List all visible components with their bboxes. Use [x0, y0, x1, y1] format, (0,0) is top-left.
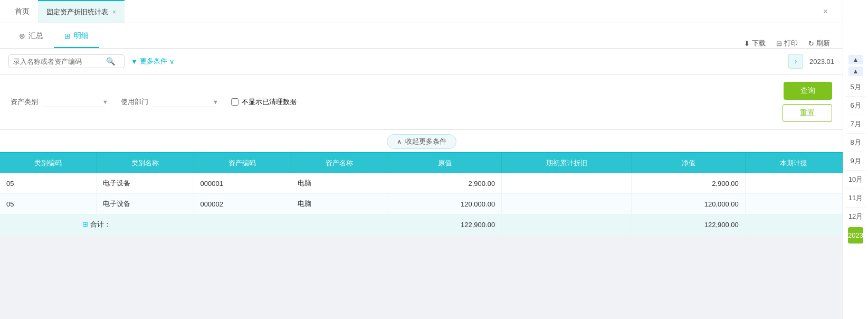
right-sidebar: ▲ ▲ 5月6月7月8月9月10月11月12月2023 [843, 0, 868, 235]
cell-asset-name: 电脑 [291, 194, 388, 214]
summary-icon: ⊛ [19, 32, 25, 40]
tab-fixed-assets[interactable]: 固定资产折旧统计表 × [38, 0, 125, 23]
col-asset-code: 资产编码 [194, 153, 291, 173]
cell-net-value: 120,000.00 [632, 194, 745, 214]
hide-cleared-label: 不显示已清理数据 [242, 97, 297, 107]
col-current-period: 本期计提 [745, 153, 842, 173]
department-field: 使用部门 ▼ [121, 97, 218, 107]
collapse-icon: ∧ [397, 138, 402, 146]
tab-summary-label: 汇总 [28, 31, 43, 41]
tab-detail-label: 明细 [74, 31, 89, 41]
asset-category-field: 资产类别 ▼ [11, 97, 108, 107]
chevron-down-icon: ∨ [169, 58, 175, 65]
tab-detail[interactable]: ⊞ 明细 [54, 25, 99, 48]
table-header-row: 类别编码 类别名称 资产编码 资产名称 原值 期初累计折旧 净值 本期计提 [0, 153, 843, 173]
cell-current-period [745, 173, 842, 194]
action-buttons: 查询 重置 [783, 82, 832, 122]
total-label: ⊞合计： [0, 214, 194, 235]
refresh-button[interactable]: ↻ 刷新 [808, 39, 830, 48]
more-filter-button[interactable]: ▼ 更多条件 ∨ [131, 57, 175, 66]
cell-current-period [745, 194, 842, 214]
tab-bar: ⊛ 汇总 ⊞ 明细 ⬇ 下载 ⊟ 打印 ↻ 刷新 [0, 23, 843, 49]
hide-cleared-checkbox[interactable] [231, 98, 239, 106]
total-current-period [745, 214, 842, 235]
total-asset-name [291, 214, 388, 235]
cell-category-code: 05 [0, 173, 97, 194]
col-asset-name: 资产名称 [291, 153, 388, 173]
sidebar-active-year[interactable]: 2023 [848, 227, 863, 235]
sidebar-month-item[interactable]: 8月 [846, 134, 865, 152]
col-acc-depreciation: 期初累计折旧 [502, 153, 632, 173]
collapse-label: 收起更多条件 [405, 137, 446, 146]
sidebar-month-item[interactable]: 7月 [846, 115, 865, 134]
print-label: 打印 [784, 39, 798, 48]
date-label: 2023.01 [809, 58, 834, 65]
cell-original-value: 2,900.00 [388, 173, 501, 194]
total-acc-depreciation [502, 214, 632, 235]
cell-original-value: 120,000.00 [388, 194, 501, 214]
total-original-value: 122,900.00 [388, 214, 501, 235]
print-button[interactable]: ⊟ 打印 [776, 39, 798, 48]
download-label: 下载 [752, 39, 766, 48]
sidebar-month-item[interactable]: 10月 [846, 171, 865, 189]
total-net-value: 122,900.00 [632, 214, 745, 235]
sidebar-nav-arrows: ▲ ▲ [848, 55, 863, 76]
asset-category-select[interactable] [42, 97, 106, 107]
search-icon: 🔍 [106, 57, 115, 65]
cell-asset-name: 电脑 [291, 173, 388, 194]
cell-category-name: 电子设备 [97, 173, 194, 194]
more-filter-label: 更多条件 [140, 57, 167, 66]
col-original-value: 原值 [388, 153, 501, 173]
cell-category-name: 电子设备 [97, 194, 194, 214]
tab-summary[interactable]: ⊛ 汇总 [8, 25, 54, 48]
cell-category-code: 05 [0, 194, 97, 214]
table-row: 05 电子设备 000002 电脑 120,000.00 120,000.00 [0, 194, 843, 214]
filter-icon: ▼ [131, 58, 138, 65]
sidebar-month-item[interactable]: 9月 [846, 152, 865, 171]
sidebar-month-item[interactable]: 11月 [846, 189, 865, 208]
asset-category-label: 资产类别 [11, 97, 38, 107]
collapse-right-button[interactable]: › [788, 54, 803, 69]
tab-actions: ⬇ 下载 ⊟ 打印 ↻ 刷新 [744, 39, 834, 48]
advanced-filter-panel: 资产类别 ▼ 使用部门 ▼ 不显示已清理数据 查询 重置 [0, 74, 843, 130]
department-select[interactable] [152, 97, 216, 107]
refresh-icon: ↻ [808, 40, 814, 48]
col-category-name: 类别名称 [97, 153, 194, 173]
sidebar-up-button[interactable]: ▲ [848, 55, 863, 64]
reset-button[interactable]: 重置 [783, 104, 832, 122]
sidebar-down-button[interactable]: ▲ [848, 67, 863, 76]
cell-net-value: 2,900.00 [632, 173, 745, 194]
top-nav: 首页 固定资产折旧统计表 × × [0, 0, 843, 23]
cell-acc-depreciation [502, 173, 632, 194]
cell-acc-depreciation [502, 194, 632, 214]
sidebar-month-item[interactable]: 12月 [846, 208, 865, 226]
tab-close-icon[interactable]: × [112, 8, 116, 16]
detail-icon: ⊞ [64, 32, 71, 40]
tab-label: 固定资产折旧统计表 [46, 7, 108, 17]
collapse-more-button[interactable]: ∧ 收起更多条件 [387, 134, 456, 149]
total-icon: ⊞ [82, 220, 88, 228]
cell-asset-code: 000001 [194, 173, 291, 194]
search-wrap: 🔍 [8, 54, 125, 68]
filter-row: 资产类别 ▼ 使用部门 ▼ 不显示已清理数据 查询 重置 [11, 82, 832, 122]
home-nav-item[interactable]: 首页 [6, 0, 38, 23]
query-button[interactable]: 查询 [784, 82, 832, 100]
cell-asset-code: 000002 [194, 194, 291, 214]
department-label: 使用部门 [121, 97, 148, 107]
window-close-button[interactable]: × [815, 7, 836, 16]
filter-bar: 🔍 ▼ 更多条件 ∨ › 2023.01 [0, 49, 843, 74]
sidebar-month-item[interactable]: 5月 [846, 78, 865, 97]
total-asset-code [194, 214, 291, 235]
data-table: 类别编码 类别名称 资产编码 资产名称 原值 期初累计折旧 净值 本期计提 05… [0, 153, 843, 235]
search-input[interactable] [13, 58, 103, 65]
data-table-wrap: 类别编码 类别名称 资产编码 资产名称 原值 期初累计折旧 净值 本期计提 05… [0, 153, 843, 235]
total-row: ⊞合计： 122,900.00 122,900.00 [0, 214, 843, 235]
collapse-bar: ∧ 收起更多条件 [0, 130, 843, 153]
col-net-value: 净值 [632, 153, 745, 173]
print-icon: ⊟ [776, 40, 782, 48]
hide-cleared-checkbox-wrap: 不显示已清理数据 [231, 97, 297, 107]
sidebar-month-item[interactable]: 6月 [846, 97, 865, 115]
download-button[interactable]: ⬇ 下载 [744, 39, 766, 48]
table-row: 05 电子设备 000001 电脑 2,900.00 2,900.00 [0, 173, 843, 194]
download-icon: ⬇ [744, 40, 750, 48]
